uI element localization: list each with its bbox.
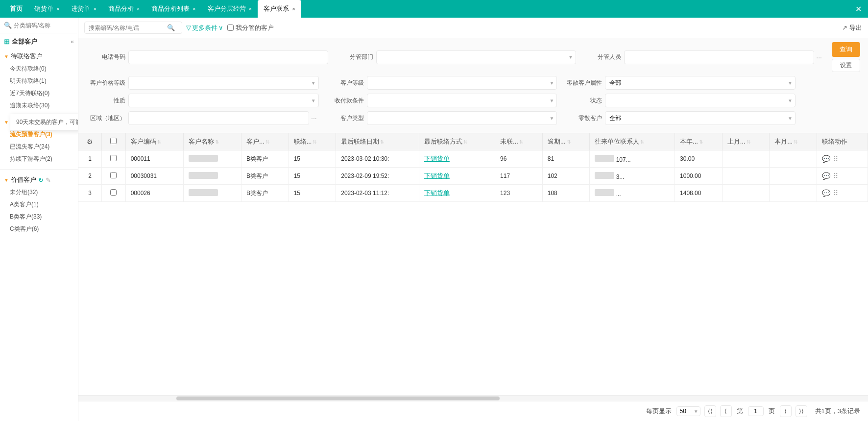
- filter-region-input[interactable]: [128, 111, 309, 125]
- table-checkbox-col[interactable]: [102, 133, 125, 150]
- row-checkbox-1[interactable]: [102, 168, 125, 185]
- row-last-method-2[interactable]: 下销货单: [419, 185, 495, 202]
- nav-tab-purchase[interactable]: 进货单 ×: [65, 0, 102, 18]
- sort-no-contact-icon[interactable]: ⇅: [519, 139, 523, 145]
- filter-customer-level-select[interactable]: [367, 76, 557, 90]
- nav-tab-home[interactable]: 首页: [4, 0, 28, 18]
- last-page-btn[interactable]: ⟩⟩: [796, 405, 807, 417]
- sort-contact-icon[interactable]: ⇅: [313, 139, 316, 145]
- nav-tab-analysis-list[interactable]: 商品分析列表 ×: [145, 0, 201, 18]
- first-page-btn[interactable]: ⟨⟨: [704, 405, 716, 417]
- collapse-icon[interactable]: «: [71, 38, 74, 45]
- filter-dept-select[interactable]: [376, 50, 576, 64]
- nav-tab-customer-contact-close[interactable]: ×: [292, 6, 295, 12]
- my-customers-filter[interactable]: 我分管的客户: [227, 24, 274, 32]
- prev-page-btn[interactable]: ⟨: [720, 405, 732, 417]
- action-more-icon-2[interactable]: ⠿: [833, 189, 838, 197]
- action-contact-icon-0[interactable]: 💬: [822, 155, 830, 163]
- contact-method-link-0[interactable]: 下销货单: [424, 155, 450, 162]
- action-contact-icon-2[interactable]: 💬: [822, 189, 830, 197]
- filter-price-level-select[interactable]: [128, 76, 319, 90]
- select-all-checkbox[interactable]: [110, 138, 117, 144]
- horizontal-scrollbar[interactable]: [78, 395, 868, 401]
- sort-last-date-icon[interactable]: ⇅: [380, 139, 384, 145]
- table-settings-col[interactable]: ⚙: [78, 133, 102, 150]
- sidebar-item-churned[interactable]: 已流失客户(24): [0, 141, 78, 153]
- query-button[interactable]: 查询: [832, 42, 860, 57]
- sort-overdue-icon[interactable]: ⇅: [567, 139, 571, 145]
- page-number-input[interactable]: [748, 406, 764, 416]
- action-more-icon-0[interactable]: ⠿: [833, 155, 838, 163]
- sort-last-method-icon[interactable]: ⇅: [463, 139, 467, 145]
- row-code-1: 00030031: [125, 168, 183, 185]
- sidebar-item-overdue[interactable]: 逾期未联络(30): [0, 99, 78, 112]
- per-page-select[interactable]: 50 100 200: [676, 406, 700, 416]
- nav-tab-sales-close[interactable]: ×: [56, 6, 59, 12]
- sidebar-item-7days[interactable]: 近7天待联络(0): [0, 87, 78, 99]
- sort-contact-person-icon[interactable]: ⇅: [640, 139, 644, 145]
- filter-status-select[interactable]: [605, 94, 796, 107]
- scrollbar-thumb[interactable]: [176, 396, 500, 400]
- sort-code-icon[interactable]: ⇅: [157, 139, 161, 145]
- filter-staff-dots[interactable]: ···: [814, 53, 824, 61]
- refresh-icon[interactable]: ↻: [38, 176, 44, 184]
- row-last-method-0[interactable]: 下销货单: [419, 150, 495, 168]
- problem-tooltip: 90天未交易的客户，可能有流失风险。: [10, 114, 78, 131]
- row-last-method-1[interactable]: 下销货单: [419, 168, 495, 185]
- sidebar-item-class-c[interactable]: C类客户(6): [0, 223, 78, 235]
- filter-gender-select[interactable]: [128, 94, 319, 107]
- filter-zero-attr-select[interactable]: 全部: [605, 76, 796, 90]
- row-checkbox-2[interactable]: [102, 185, 125, 202]
- filter-zero-customer-select[interactable]: 全部: [605, 111, 796, 125]
- row-select-1[interactable]: [110, 172, 117, 178]
- my-customers-checkbox[interactable]: [227, 25, 234, 31]
- sort-last-month-icon[interactable]: ⇅: [747, 139, 750, 145]
- nav-tab-analysis-list-close[interactable]: ×: [193, 6, 195, 12]
- contact-method-link-1[interactable]: 下销货单: [424, 172, 450, 179]
- nav-tab-purchase-close[interactable]: ×: [93, 6, 96, 12]
- nav-tab-customer-contact[interactable]: 客户联系 ×: [258, 0, 301, 18]
- sidebar-item-tomorrow[interactable]: 明天待联络(1): [0, 75, 78, 87]
- sort-type-icon[interactable]: ⇅: [265, 139, 269, 145]
- sidebar-search-input[interactable]: [14, 22, 74, 29]
- filter-phone-input[interactable]: [128, 50, 328, 64]
- filter-search-input[interactable]: [89, 25, 167, 31]
- window-close-button[interactable]: ✕: [852, 3, 864, 15]
- sidebar-item-class-a[interactable]: A类客户(1): [0, 198, 78, 211]
- sidebar-group-pending-title[interactable]: ▼ 待联络客户: [0, 50, 78, 63]
- contact-method-link-2[interactable]: 下销货单: [424, 189, 450, 197]
- filter-region-dots[interactable]: ···: [309, 114, 319, 122]
- sidebar-item-unclassified[interactable]: 未分组(32): [0, 186, 78, 198]
- filter-region-field: 区域（地区） ···: [86, 111, 319, 125]
- settings-button[interactable]: 设置: [832, 59, 860, 72]
- all-customers-section[interactable]: ⊞ 全部客户 «: [0, 33, 78, 48]
- sidebar-group-value-title[interactable]: ▼ 价值客户 ↻ ✎: [0, 173, 78, 186]
- nav-tab-analysis-close[interactable]: ×: [137, 6, 140, 12]
- row-name-0: [183, 150, 241, 168]
- action-contact-icon-1[interactable]: 💬: [822, 172, 830, 180]
- action-more-icon-1[interactable]: ⠿: [833, 172, 838, 180]
- more-conditions-btn[interactable]: ▽ 更多条件 ∨: [186, 24, 223, 32]
- sidebar-item-class-b[interactable]: B类客户(33): [0, 211, 78, 223]
- filter-staff-input[interactable]: [624, 50, 814, 64]
- sidebar-item-declining[interactable]: 持续下滑客户(2): [0, 153, 78, 165]
- table-col-name: 客户名称⇅: [183, 133, 241, 150]
- export-btn[interactable]: ↗ 导出: [842, 24, 862, 32]
- sort-name-icon[interactable]: ⇅: [215, 139, 219, 145]
- next-page-btn[interactable]: ⟩: [780, 405, 792, 417]
- nav-tab-sales[interactable]: 销货单 ×: [28, 0, 65, 18]
- filter-customer-type-select[interactable]: [367, 111, 557, 125]
- filter-search-icon[interactable]: 🔍: [167, 24, 175, 31]
- nav-tab-customer-tier[interactable]: 客户分层经营 ×: [202, 0, 258, 18]
- filter-payment-select[interactable]: [367, 94, 557, 107]
- nav-tab-customer-tier-close[interactable]: ×: [249, 6, 252, 12]
- row-select-2[interactable]: [110, 189, 117, 196]
- sort-cur-year-icon[interactable]: ⇅: [699, 139, 703, 145]
- edit-icon[interactable]: ✎: [46, 176, 51, 184]
- row-checkbox-0[interactable]: [102, 150, 125, 168]
- row-select-0[interactable]: [110, 155, 117, 161]
- grid-icon: ⊞: [4, 38, 10, 46]
- nav-tab-analysis[interactable]: 商品分析 ×: [102, 0, 145, 18]
- sort-cur-month-icon[interactable]: ⇅: [794, 139, 797, 145]
- sidebar-item-today[interactable]: 今天待联络(0): [0, 63, 78, 75]
